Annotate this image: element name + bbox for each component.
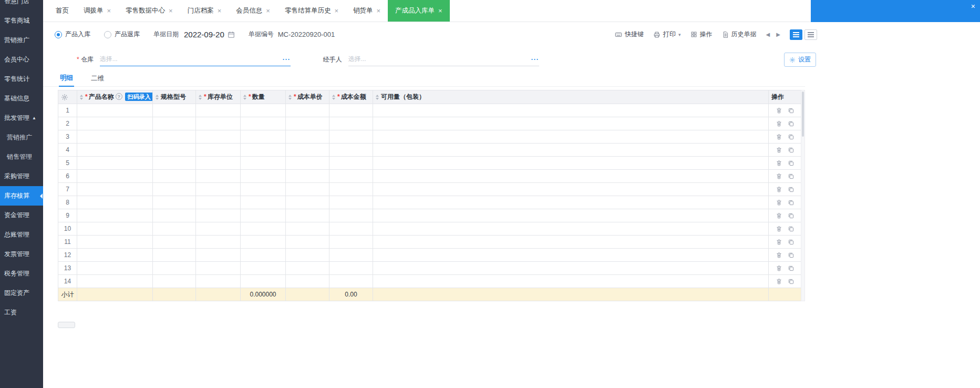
print-button[interactable]: 打印 ▾ — [653, 30, 681, 39]
tab-close-icon[interactable]: × — [438, 7, 442, 14]
grid-cell[interactable] — [241, 144, 286, 157]
scan-entry-button[interactable]: 扫码录入 — [125, 93, 153, 101]
grid-cell[interactable] — [241, 117, 286, 130]
sidebar-item-link[interactable]: 会员中心 — [0, 50, 43, 69]
grid-cell[interactable] — [329, 262, 373, 275]
grid-cell[interactable] — [196, 170, 241, 183]
sort-icon[interactable] — [243, 95, 246, 100]
grid-cell[interactable] — [286, 222, 329, 236]
radio-selected-icon[interactable] — [55, 31, 62, 38]
handler-picker-icon[interactable]: ··· — [531, 56, 539, 63]
grid-cell[interactable] — [373, 275, 769, 288]
grid-cell[interactable] — [329, 249, 373, 262]
grid-cell[interactable] — [241, 130, 286, 144]
vertical-scrollbar[interactable] — [801, 90, 805, 301]
grid-cell[interactable] — [241, 249, 286, 262]
sidebar-item-link[interactable]: 销售管理 — [0, 147, 43, 167]
grid-cell[interactable] — [77, 236, 153, 249]
sidebar-item-link[interactable]: 发票管理 — [0, 244, 43, 264]
grid-cell[interactable] — [286, 209, 329, 222]
grid-cell[interactable] — [196, 104, 241, 117]
grid-cell[interactable] — [153, 104, 196, 117]
grid-cell[interactable] — [153, 117, 196, 130]
grid-cell[interactable] — [373, 236, 769, 249]
copy-row-icon[interactable] — [788, 278, 795, 285]
grid-cell[interactable] — [329, 209, 373, 222]
column-header[interactable]: *成本金额 — [329, 90, 373, 104]
sidebar-item-link[interactable]: 营销推广 — [0, 128, 43, 147]
sidebar-item-link[interactable]: 总账管理 — [0, 225, 43, 244]
sidebar-item-link[interactable]: 零售统计 — [0, 69, 43, 89]
warehouse-picker-icon[interactable]: ··· — [283, 56, 291, 63]
grid-cell[interactable] — [241, 222, 286, 236]
copy-row-icon[interactable] — [788, 173, 795, 180]
next-arrow-icon[interactable]: ▶ — [776, 32, 780, 37]
column-header[interactable]: *库存单位 — [196, 90, 241, 104]
grid-cell[interactable] — [373, 144, 769, 157]
copy-row-icon[interactable] — [788, 147, 795, 154]
grid-cell[interactable] — [241, 236, 286, 249]
grid-cell[interactable] — [153, 236, 196, 249]
delete-row-icon[interactable] — [776, 186, 782, 193]
grid-cell[interactable] — [241, 275, 286, 288]
column-header[interactable]: 规格型号 — [153, 90, 196, 104]
delete-row-icon[interactable] — [776, 120, 782, 127]
sort-icon[interactable] — [156, 95, 159, 100]
grid-cell[interactable] — [329, 144, 373, 157]
delete-row-icon[interactable] — [776, 199, 782, 206]
delete-row-icon[interactable] — [776, 212, 782, 219]
scrollbar-thumb[interactable] — [802, 91, 804, 137]
cut-off-element[interactable] — [58, 322, 75, 328]
grid-cell[interactable] — [153, 144, 196, 157]
grid-cell[interactable] — [196, 157, 241, 170]
grid-cell[interactable] — [196, 196, 241, 209]
copy-row-icon[interactable] — [788, 226, 795, 232]
tab-item[interactable]: 销货单× — [346, 0, 388, 22]
column-header[interactable]: *产品名称?扫码录入 — [77, 90, 153, 104]
column-header[interactable]: 可用量（包装） — [373, 90, 769, 104]
operations-button[interactable]: 操作 — [690, 30, 713, 39]
doc-date-value[interactable]: 2022-09-20 — [184, 30, 224, 39]
radio-product-inbound[interactable]: 产品入库 — [55, 30, 90, 39]
grid-cell[interactable] — [329, 222, 373, 236]
grid-cell[interactable] — [241, 262, 286, 275]
copy-row-icon[interactable] — [788, 160, 795, 167]
grid-cell[interactable] — [196, 249, 241, 262]
tab-item[interactable]: 会员信息× — [229, 0, 277, 22]
grid-cell[interactable] — [329, 275, 373, 288]
handler-field[interactable]: 选择... ··· — [348, 53, 539, 66]
grid-cell[interactable] — [196, 209, 241, 222]
grid-cell[interactable] — [153, 183, 196, 196]
column-settings-icon[interactable] — [61, 94, 68, 101]
copy-row-icon[interactable] — [788, 134, 795, 140]
delete-row-icon[interactable] — [776, 160, 782, 167]
grid-cell[interactable] — [153, 130, 196, 144]
grid-cell[interactable] — [241, 183, 286, 196]
grid-cell[interactable] — [77, 196, 153, 209]
copy-row-icon[interactable] — [788, 120, 795, 127]
grid-cell[interactable] — [373, 170, 769, 183]
grid-cell[interactable] — [196, 183, 241, 196]
settings-button[interactable]: 设置 — [784, 53, 816, 67]
grid-cell[interactable] — [77, 249, 153, 262]
grid-cell[interactable] — [373, 249, 769, 262]
grid-cell[interactable] — [196, 130, 241, 144]
tab-close-icon[interactable]: × — [376, 7, 380, 14]
sidebar-item-link[interactable]: 资金管理 — [0, 206, 43, 225]
sidebar-item-active[interactable]: 库存核算 — [0, 186, 43, 206]
sidebar-item-link[interactable]: 零售商城 — [0, 11, 43, 30]
warehouse-field[interactable]: 选择... ··· — [100, 53, 291, 66]
list-view-button[interactable] — [790, 29, 802, 40]
sidebar-item-link[interactable]: 工资 — [0, 303, 43, 322]
tab-close-icon[interactable]: × — [107, 7, 111, 14]
grid-cell[interactable] — [196, 117, 241, 130]
copy-row-icon[interactable] — [788, 199, 795, 206]
prev-arrow-icon[interactable]: ◀ — [766, 32, 770, 37]
copy-row-icon[interactable] — [788, 212, 795, 219]
grid-cell[interactable] — [329, 170, 373, 183]
grid-cell[interactable] — [286, 262, 329, 275]
grid-cell[interactable] — [77, 157, 153, 170]
tab-item[interactable]: 零售结算单历史× — [277, 0, 346, 22]
grid-cell[interactable] — [286, 183, 329, 196]
delete-row-icon[interactable] — [776, 278, 782, 285]
